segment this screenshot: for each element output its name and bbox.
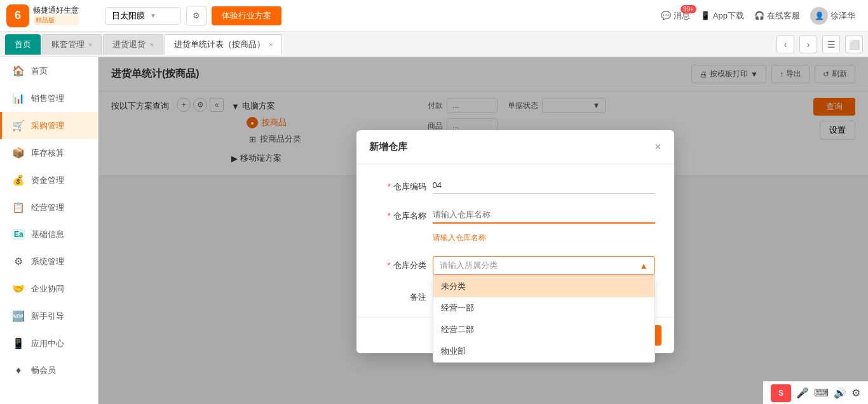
- sidebar-item-operation[interactable]: 📋 经营管理: [0, 194, 98, 221]
- sidebar-item-inventory[interactable]: 📦 库存核算: [0, 139, 98, 166]
- sidebar-item-appstore[interactable]: 📱 应用中心: [0, 330, 98, 357]
- close-tab-icon[interactable]: ×: [149, 41, 153, 48]
- topbar-right: 💬 消息 99+ 📱 App下载 🎧 在线客服 👤 徐泽华: [661, 7, 862, 25]
- main-layout: 🏠 首页 📊 销售管理 🛒 采购管理 📦 库存核算 💰 资金管理 📋 经营管理 …: [0, 57, 868, 404]
- name-label: 仓库名称: [376, 206, 426, 222]
- logo-icon: 6: [6, 4, 29, 27]
- sidebar-label: 经营管理: [31, 202, 64, 213]
- sidebar-item-newbie[interactable]: 🆕 新手引导: [0, 302, 98, 330]
- app-download-label: App下载: [713, 10, 744, 22]
- settings-icon-bottom[interactable]: ⚙: [851, 387, 860, 399]
- logo-area: 6 畅捷通好生意 精品版: [6, 4, 105, 27]
- category-input-area: 请输入所属分类 ▲ 未分类 经营一部 经营二部 物业部: [433, 256, 655, 275]
- close-tab-icon[interactable]: ×: [269, 41, 273, 48]
- avatar: 👤: [810, 7, 828, 25]
- name-field-row: 仓库名称 请输入仓库名称: [376, 206, 655, 243]
- dropdown-item-dept1[interactable]: 经营一部: [433, 297, 654, 319]
- status-bar: S 🎤 ⌨ 🔊 ⚙: [763, 381, 868, 404]
- topbar-center: 日太阳膜 ▼ ⚙ 体验行业方案: [105, 6, 661, 26]
- chevron-up-icon: ▲: [640, 261, 648, 271]
- sidebar-label: 库存核算: [31, 147, 64, 159]
- close-tab-icon[interactable]: ×: [88, 41, 92, 48]
- enterprise-icon: 🤝: [12, 283, 25, 295]
- finance-icon: 💰: [12, 174, 25, 186]
- tab-label: 进货退货: [112, 39, 146, 50]
- sidebar-label: 系统管理: [31, 256, 64, 267]
- logo-text: 畅捷通好生意: [33, 6, 79, 16]
- s-logo-btn[interactable]: S: [771, 384, 791, 402]
- category-dropdown-menu: 未分类 经营一部 经营二部 物业部: [433, 275, 655, 363]
- user-item[interactable]: 👤 徐泽华: [810, 7, 855, 25]
- sidebar-item-finance[interactable]: 💰 资金管理: [0, 166, 98, 194]
- category-placeholder: 请输入所属分类: [440, 260, 498, 271]
- sidebar-item-sales[interactable]: 📊 销售管理: [0, 84, 98, 112]
- home-icon: 🏠: [12, 65, 25, 77]
- sidebar-label: 首页: [31, 65, 48, 77]
- sales-icon: 📊: [12, 92, 25, 104]
- app-download-item[interactable]: 📱 App下载: [700, 10, 744, 22]
- message-icon: 💬: [661, 11, 671, 20]
- purchase-icon: 🛒: [12, 119, 25, 131]
- dropdown-item-dept2[interactable]: 经营二部: [433, 319, 654, 340]
- modal-header: 新增仓库 ×: [356, 130, 674, 165]
- online-service-item[interactable]: 🎧 在线客服: [754, 10, 800, 22]
- sidebar-label: 畅会员: [31, 365, 56, 376]
- messages-item[interactable]: 💬 消息 99+: [661, 10, 690, 22]
- tab-next-button[interactable]: ›: [799, 36, 817, 53]
- tab-home[interactable]: 首页: [5, 34, 41, 55]
- chevron-down-icon: ▼: [150, 12, 156, 19]
- name-input-wrapper: [433, 206, 655, 224]
- store-selector[interactable]: 日太阳膜 ▼: [105, 7, 181, 25]
- tab-maximize-button[interactable]: ⬜: [845, 36, 863, 53]
- tabbar-right: ‹ › ☰ ⬜: [776, 36, 863, 53]
- tab-label: 账套管理: [51, 39, 85, 50]
- category-field-row: 仓库分类 请输入所属分类 ▲ 未分类 经营一部 经营二部 物业部: [376, 256, 655, 275]
- sidebar-item-system[interactable]: ⚙ 系统管理: [0, 248, 98, 275]
- category-dropdown-trigger[interactable]: 请输入所属分类 ▲: [433, 256, 655, 275]
- logo-badge: 精品版: [33, 15, 79, 25]
- tab-purchase-stats[interactable]: 进货单统计表（按商品） ×: [165, 34, 282, 55]
- modal-close-button[interactable]: ×: [654, 140, 661, 154]
- sidebar: 🏠 首页 📊 销售管理 🛒 采购管理 📦 库存核算 💰 资金管理 📋 经营管理 …: [0, 57, 98, 404]
- tab-label: 进货单统计表（按商品）: [174, 39, 265, 50]
- modal-title: 新增仓库: [369, 141, 407, 153]
- appstore-icon: 📱: [12, 337, 25, 349]
- keyboard-icon[interactable]: ⌨: [814, 387, 829, 399]
- store-name: 日太阳膜: [112, 10, 145, 22]
- category-label: 仓库分类: [376, 256, 426, 271]
- inventory-icon: 📦: [12, 147, 25, 159]
- sidebar-item-enterprise[interactable]: 🤝 企业协同: [0, 275, 98, 302]
- vip-icon: ♦: [12, 365, 25, 376]
- sidebar-label: 销售管理: [31, 93, 64, 104]
- sidebar-label: 企业协同: [31, 283, 64, 295]
- sidebar-label: 采购管理: [31, 120, 64, 131]
- dropdown-item-property[interactable]: 物业部: [433, 340, 654, 362]
- topbar: 6 畅捷通好生意 精品版 日太阳膜 ▼ ⚙ 体验行业方案 💬 消息 99+ 📱 …: [0, 0, 868, 32]
- tab-menu-button[interactable]: ☰: [822, 36, 840, 53]
- phone-icon: 📱: [700, 11, 710, 20]
- sidebar-label: 基础信息: [31, 229, 64, 240]
- sidebar-label: 新手引导: [31, 311, 64, 322]
- code-label: 仓库编码: [376, 177, 426, 192]
- tab-accounts[interactable]: 账套管理 ×: [42, 34, 102, 55]
- mic-icon[interactable]: 🎤: [796, 387, 809, 399]
- tab-purchase-return[interactable]: 进货退货 ×: [103, 34, 163, 55]
- trial-button[interactable]: 体验行业方案: [212, 6, 281, 25]
- settings-button[interactable]: ⚙: [186, 6, 207, 26]
- sidebar-item-purchase[interactable]: 🛒 采购管理: [0, 112, 98, 139]
- tab-prev-button[interactable]: ‹: [776, 36, 794, 53]
- name-input[interactable]: [433, 206, 655, 224]
- code-input[interactable]: [433, 177, 655, 194]
- sidebar-label: 资金管理: [31, 175, 64, 186]
- basic-info-icon: Ea: [12, 229, 25, 240]
- name-error-message: 请输入仓库名称: [433, 232, 655, 243]
- volume-icon[interactable]: 🔊: [834, 387, 846, 399]
- newbie-icon: 🆕: [12, 310, 25, 322]
- sidebar-item-vip[interactable]: ♦ 畅会员: [0, 357, 98, 384]
- dropdown-item-uncategorized[interactable]: 未分类: [433, 276, 654, 297]
- sidebar-item-basic-info[interactable]: Ea 基础信息: [0, 221, 98, 248]
- message-badge: 99+: [681, 5, 696, 13]
- sidebar-item-home[interactable]: 🏠 首页: [0, 57, 98, 84]
- username: 徐泽华: [831, 10, 855, 22]
- tabbar: 首页 账套管理 × 进货退货 × 进货单统计表（按商品） × ‹ › ☰ ⬜: [0, 32, 868, 57]
